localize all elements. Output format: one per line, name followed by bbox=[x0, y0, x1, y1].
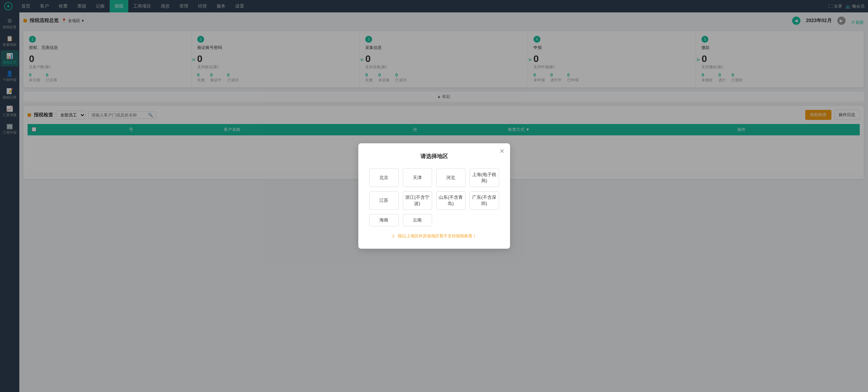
region-empty-2 bbox=[470, 214, 499, 226]
region-btn-guangdong[interactable]: 广东(不含深圳) bbox=[470, 191, 499, 210]
modal-note: ⚠ 除以上地区外其他地区暂不支持报税检查！ bbox=[369, 233, 499, 239]
modal-close-button[interactable]: ✕ bbox=[499, 147, 505, 155]
region-btn-hebei[interactable]: 河北 bbox=[436, 168, 466, 187]
region-empty-1 bbox=[436, 214, 466, 226]
region-btn-zhejiang[interactable]: 浙江(不含宁波) bbox=[403, 191, 432, 210]
modal-title: 请选择地区 bbox=[369, 153, 499, 160]
region-btn-shandong[interactable]: 山东(不含青岛) bbox=[436, 191, 466, 210]
region-btn-shanghai[interactable]: 上海(电子税局) bbox=[470, 168, 499, 187]
region-row-2: 江苏 浙江(不含宁波) 山东(不含青岛) 广东(不含深圳) bbox=[369, 191, 499, 210]
region-btn-tianjin[interactable]: 天津 bbox=[403, 168, 432, 187]
region-btn-hainan[interactable]: 海南 bbox=[369, 214, 399, 226]
warning-icon: ⚠ bbox=[391, 234, 395, 238]
region-btn-yunnan[interactable]: 云南 bbox=[403, 214, 432, 226]
modal-overlay: ✕ 请选择地区 北京 天津 河北 上海(电子税局) 江苏 浙江(不含宁波) 山东… bbox=[0, 0, 868, 392]
region-btn-beijing[interactable]: 北京 bbox=[369, 168, 399, 187]
region-select-modal: ✕ 请选择地区 北京 天津 河北 上海(电子税局) 江苏 浙江(不含宁波) 山东… bbox=[358, 143, 510, 249]
region-btn-jiangsu[interactable]: 江苏 bbox=[369, 191, 399, 210]
region-row-3: 海南 云南 bbox=[369, 214, 499, 226]
region-row-1: 北京 天津 河北 上海(电子税局) bbox=[369, 168, 499, 187]
